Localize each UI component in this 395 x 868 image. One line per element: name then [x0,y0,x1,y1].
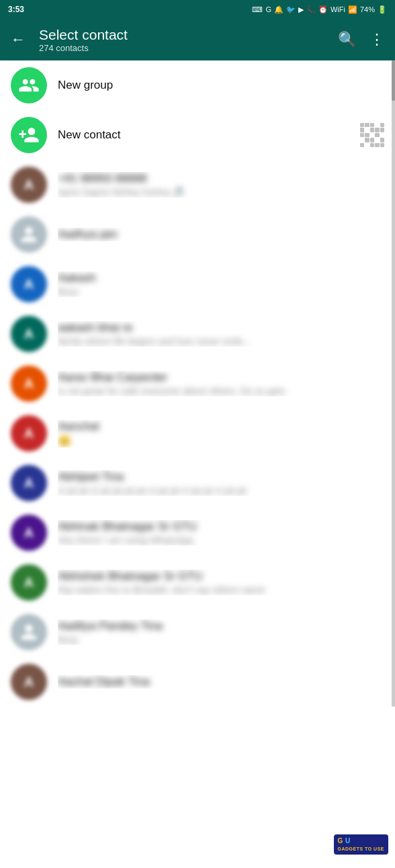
list-item[interactable]: A Abhijeet Tina vi jai jai vi jai jai ja… [0,458,395,508]
contact-text: aakash bhai re family where life begins … [58,321,384,347]
keyboard-icon: ⌨ [252,5,263,14]
new-group-item[interactable]: New group [0,60,395,110]
list-item[interactable]: Aadhya jain [0,210,395,259]
new-group-text: New group [58,79,384,92]
phone-icon: 📞 [306,5,316,14]
contact-name: Aakash [58,271,384,285]
signal-icon: 📶 [348,5,357,14]
contact-text: Abhijeet Tina vi jai jai vi jai jai jai … [58,470,384,496]
contact-avatar: A [11,664,47,700]
contact-status: Hey there! I am using WhatsApp. [58,535,384,546]
contact-text: Abhishek Bhatnagar Sr GTU Raj naidoo lin… [58,570,384,595]
watermark-icon-u: U [345,837,351,844]
contact-name: Aachal Dipak Tina [58,675,384,689]
battery-text: 74% [360,5,375,13]
contact-name: aakash bhai re [58,321,384,335]
contact-status: Raj naidoo line tu Binodah, don't say ot… [58,584,384,595]
contact-name: Aadhya jain [58,228,384,241]
alarm-icon: ⏰ [318,5,328,14]
contact-name: +91 98950 88888 [58,172,384,185]
status-bar: 3:53 ⌨ G 🔔 🐦 ▶ 📞 ⏰ WiFi 📶 74% 🔋 [0,0,395,19]
contact-avatar: A [11,515,47,551]
contact-text: Aadhya jain [58,228,384,241]
scrollbar-track[interactable] [392,60,395,707]
status-icons: ⌨ G 🔔 🐦 ▶ 📞 ⏰ WiFi 📶 74% 🔋 [252,5,387,14]
header: ← Select contact 274 contacts 🔍 ⋮ [0,19,395,60]
google-icon: G [265,5,271,13]
list-item[interactable]: A Aakash Busy [0,259,395,309]
watermark-text: GADGETS TO USE [338,847,385,851]
list-item[interactable]: A Aachal Dipak Tina [0,657,395,707]
contact-name: Aanchal [58,420,384,433]
contact-name: Aarav Bhai Carpenter [58,371,384,384]
watermark-icon-g: G [338,837,343,844]
list-item[interactable]: A Aarav Bhai Carpenter is not great he c… [0,359,395,408]
notification-icon: 🔔 [274,5,283,14]
watermark: G U GADGETS TO USE [334,834,389,855]
wifi-icon: WiFi [331,5,345,13]
contact-status: vi jai jai vi jai jai jai jai vi jai jai… [58,485,384,496]
twitter-icon: 🐦 [286,5,296,14]
contact-avatar: A [11,266,47,302]
status-time: 3:53 [8,5,24,14]
contact-text: Aaditya Pandey Tina Busy [58,619,384,645]
contact-avatar [11,614,47,650]
new-contact-avatar [11,117,47,153]
contact-text: Abhinak Bhatnagar Sr GTU Hey there! I am… [58,520,384,546]
back-button[interactable]: ← [5,26,31,54]
qr-code-badge [360,123,384,147]
header-actions: 🔍 ⋮ [333,26,390,54]
new-contact-item[interactable]: New contact [0,110,395,160]
contact-status: Busy [58,634,384,645]
list-item[interactable]: Aaditya Pandey Tina Busy [0,607,395,657]
contact-status: 😊 [58,435,384,447]
contact-text: Aachal Dipak Tina [58,675,384,689]
list-item[interactable]: A +91 98950 88888 Apne Sapne Mohey Kehna… [0,160,395,210]
header-title-area: Select contact 274 contacts [39,26,333,53]
list-item[interactable]: A Aanchal 😊 [0,408,395,458]
new-contact-text: New contact [58,128,360,142]
contacts-count: 274 contacts [39,43,333,53]
page-title: Select contact [39,26,333,43]
contact-text: Aakash Busy [58,271,384,297]
more-options-button[interactable]: ⋮ [364,26,390,54]
contact-avatar: A [11,167,47,203]
contact-status: family where life begins and love never … [58,336,384,347]
contact-avatar: A [11,564,47,601]
scrollbar-thumb[interactable] [392,60,395,101]
battery-icon: 🔋 [378,5,387,14]
contact-avatar: A [11,465,47,501]
contact-text: +91 98950 88888 Apne Sapne Mohey Kehna 🎵 [58,172,384,198]
list-item[interactable]: A Abhishek Bhatnagar Sr GTU Raj naidoo l… [0,558,395,607]
new-group-avatar [11,67,47,103]
contact-avatar [11,216,47,253]
contact-status: Apne Sapne Mohey Kehna 🎵 [58,187,384,198]
contact-name: Aaditya Pandey Tina [58,619,384,633]
contact-avatar: A [11,415,47,451]
list-item[interactable]: A Abhinak Bhatnagar Sr GTU Hey there! I … [0,508,395,558]
contact-list: New group New contact A +91 98950 88888 … [0,60,395,707]
list-item[interactable]: A aakash bhai re family where life begin… [0,309,395,359]
contact-avatar: A [11,316,47,352]
contact-status: Busy [58,286,384,297]
new-group-label: New group [58,79,384,92]
contact-name: Abhijeet Tina [58,470,384,484]
new-contact-label: New contact [58,128,360,142]
contact-name: Abhinak Bhatnagar Sr GTU [58,520,384,533]
contact-name: Abhishek Bhatnagar Sr GTU [58,570,384,583]
contact-status: is not great he calls everyone about oth… [58,386,384,396]
contact-avatar: A [11,365,47,402]
youtube-icon: ▶ [298,5,304,14]
contact-text: Aarav Bhai Carpenter is not great he cal… [58,371,384,396]
contact-text: Aanchal 😊 [58,420,384,447]
search-button[interactable]: 🔍 [333,26,361,54]
